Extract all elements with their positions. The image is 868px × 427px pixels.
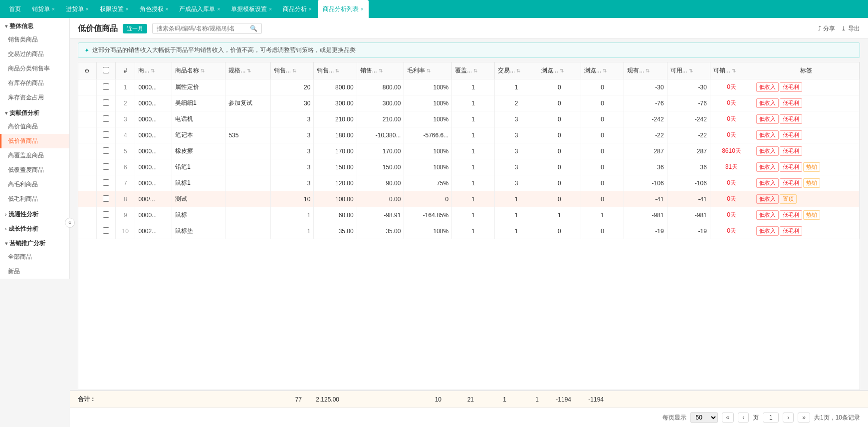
trade-column-header[interactable]: 交易...⇅ bbox=[495, 62, 538, 79]
row-gear[interactable] bbox=[78, 223, 96, 239]
available-sort-icon[interactable]: ⇅ bbox=[689, 68, 693, 73]
code-column-header[interactable]: 商...⇅ bbox=[135, 62, 172, 79]
search-input[interactable] bbox=[157, 25, 247, 32]
row-checkbox[interactable] bbox=[103, 163, 109, 170]
sidebar-group-circulation[interactable]: › 流通性分析 bbox=[0, 206, 69, 221]
select-all-checkbox[interactable] bbox=[103, 67, 109, 73]
sidebar-item-high-margin[interactable]: 高毛利商品 bbox=[0, 177, 69, 192]
sidebar-item-high-coverage[interactable]: 高覆盖度商品 bbox=[0, 148, 69, 163]
nav-template[interactable]: 单据模板设置 × bbox=[226, 0, 277, 18]
current-column-header[interactable]: 现有...⇅ bbox=[624, 62, 667, 79]
sales-qty-column-header[interactable]: 销售...⇅ bbox=[271, 62, 314, 79]
sidebar-collapse-button[interactable]: « bbox=[65, 218, 75, 228]
sidebar-item-stocked-goods[interactable]: 有库存的商品 bbox=[0, 76, 69, 90]
sales-cost-column-header[interactable]: 销售...⇅ bbox=[357, 62, 404, 79]
search-icon[interactable]: 🔍 bbox=[250, 25, 257, 32]
row-name[interactable]: 铅笔1 bbox=[172, 159, 225, 175]
sidebar-item-traded-goods[interactable]: 交易过的商品 bbox=[0, 47, 69, 61]
gross-rate-column-header[interactable]: 毛利率⇅ bbox=[404, 62, 452, 79]
coverage-column-header[interactable]: 覆盖...⇅ bbox=[452, 62, 495, 79]
browse1-column-header[interactable]: 浏览...⇅ bbox=[538, 62, 581, 79]
sellable-sort-icon[interactable]: ⇅ bbox=[732, 68, 736, 73]
sidebar-item-category-rate[interactable]: 商品分类销售率 bbox=[0, 61, 69, 76]
sidebar-item-low-coverage[interactable]: 低覆盖度商品 bbox=[0, 163, 69, 177]
prev-page-button[interactable]: ‹ bbox=[738, 413, 749, 423]
name-column-header[interactable]: 商品名称⇅ bbox=[172, 62, 225, 79]
row-checkbox[interactable] bbox=[103, 99, 109, 106]
sidebar-item-low-margin[interactable]: 低毛利商品 bbox=[0, 192, 69, 206]
browse1-sort-icon[interactable]: ⇅ bbox=[560, 68, 564, 73]
sidebar-item-all-goods[interactable]: 全部商品 bbox=[0, 250, 69, 264]
row-gear[interactable] bbox=[78, 111, 96, 127]
nav-role[interactable]: 角色授权 × bbox=[135, 0, 174, 18]
sidebar-group-contribution[interactable]: ▾ 贡献值分析 bbox=[0, 105, 69, 119]
page-number-input[interactable] bbox=[763, 413, 779, 423]
nav-product-in[interactable]: 产成品入库单 × bbox=[174, 0, 225, 18]
row-checkbox[interactable] bbox=[103, 179, 109, 186]
nav-product-in-close[interactable]: × bbox=[217, 6, 220, 12]
nav-sales-close[interactable]: × bbox=[52, 6, 55, 12]
gross-rate-sort-icon[interactable]: ⇅ bbox=[427, 68, 431, 73]
page-size-select[interactable]: 50 100 bbox=[690, 412, 718, 423]
code-sort-icon[interactable]: ⇅ bbox=[151, 68, 155, 73]
sidebar-item-inventory-capital[interactable]: 库存资金占用 bbox=[0, 90, 69, 105]
spec-column-header[interactable]: 规格...⇅ bbox=[225, 62, 271, 79]
row-gear[interactable] bbox=[78, 159, 96, 175]
next-page-button[interactable]: › bbox=[783, 413, 794, 423]
row-name[interactable]: 吴细细1 bbox=[172, 95, 225, 111]
row-checkbox[interactable] bbox=[103, 211, 109, 218]
nav-analysis-close[interactable]: × bbox=[309, 6, 312, 12]
row-gear[interactable] bbox=[78, 95, 96, 111]
first-page-button[interactable]: « bbox=[722, 413, 734, 423]
row-checkbox[interactable] bbox=[103, 131, 109, 138]
nav-role-close[interactable]: × bbox=[166, 6, 169, 12]
sidebar-group-overall[interactable]: ▾ 整体信息 bbox=[0, 18, 69, 32]
sellable-column-header[interactable]: 可销...⇅ bbox=[710, 62, 753, 79]
sidebar-group-growth[interactable]: › 成长性分析 bbox=[0, 221, 69, 235]
share-button[interactable]: ⤴ 分享 bbox=[818, 24, 835, 33]
nav-analysis[interactable]: 商品分析 × bbox=[278, 0, 317, 18]
nav-home[interactable]: 首页 bbox=[4, 0, 26, 18]
row-gear[interactable] bbox=[78, 207, 96, 223]
sales-amt-column-header[interactable]: 销售...⇅ bbox=[314, 62, 357, 79]
sidebar-item-high-value[interactable]: 高价值商品 bbox=[0, 119, 69, 134]
row-gear[interactable] bbox=[78, 175, 96, 191]
spec-sort-icon[interactable]: ⇅ bbox=[247, 68, 251, 73]
coverage-sort-icon[interactable]: ⇅ bbox=[473, 68, 477, 73]
sidebar-item-sales-goods[interactable]: 销售类商品 bbox=[0, 32, 69, 47]
sales-amt-sort-icon[interactable]: ⇅ bbox=[335, 68, 339, 73]
row-gear[interactable] bbox=[78, 191, 96, 207]
row-checkbox[interactable] bbox=[103, 195, 109, 202]
row-checkbox[interactable] bbox=[103, 147, 109, 154]
nav-permission[interactable]: 权限设置 × bbox=[95, 0, 134, 18]
row-name[interactable]: 电话机 bbox=[172, 111, 225, 127]
nav-analysis-list-close[interactable]: × bbox=[361, 6, 364, 12]
settings-column-header[interactable]: ⚙ bbox=[78, 62, 96, 79]
row-name[interactable]: 属性定价 bbox=[172, 79, 225, 95]
row-name[interactable]: 测试 bbox=[172, 191, 225, 207]
row-gear[interactable] bbox=[78, 79, 96, 95]
nav-purchase[interactable]: 进货单 × bbox=[61, 0, 94, 18]
sales-cost-sort-icon[interactable]: ⇅ bbox=[379, 68, 383, 73]
row-checkbox[interactable] bbox=[103, 227, 109, 234]
trade-sort-icon[interactable]: ⇅ bbox=[516, 68, 520, 73]
row-checkbox[interactable] bbox=[103, 83, 109, 90]
nav-analysis-list[interactable]: 商品分析列表 × bbox=[318, 0, 369, 18]
current-sort-icon[interactable]: ⇅ bbox=[646, 68, 650, 73]
sidebar-item-new-goods[interactable]: 新品 bbox=[0, 264, 69, 279]
sales-qty-sort-icon[interactable]: ⇅ bbox=[292, 68, 296, 73]
nav-template-close[interactable]: × bbox=[269, 6, 272, 12]
row-name[interactable]: 鼠标 bbox=[172, 207, 225, 223]
row-name[interactable]: 橡皮擦 bbox=[172, 143, 225, 159]
time-range-tag[interactable]: 近一月 bbox=[123, 24, 147, 33]
export-button[interactable]: ⤓ 导出 bbox=[841, 24, 860, 33]
sidebar-item-low-value[interactable]: 低价值商品 bbox=[0, 134, 69, 148]
row-name[interactable]: 笔记本 bbox=[172, 127, 225, 143]
nav-purchase-close[interactable]: × bbox=[86, 6, 89, 12]
row-gear[interactable] bbox=[78, 143, 96, 159]
name-sort-icon[interactable]: ⇅ bbox=[201, 68, 205, 73]
row-name[interactable]: 鼠标1 bbox=[172, 175, 225, 191]
row-checkbox[interactable] bbox=[103, 115, 109, 122]
row-browse1[interactable]: 1 bbox=[538, 207, 581, 223]
browse2-sort-icon[interactable]: ⇅ bbox=[603, 68, 607, 73]
